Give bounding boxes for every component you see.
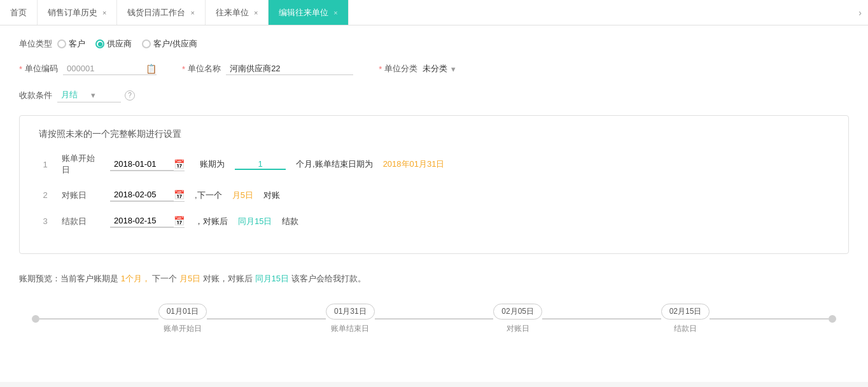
timeline-pill-1: 01月01日 <box>158 304 207 320</box>
unit-category-star: * <box>379 64 382 74</box>
unit-code-icon[interactable]: 📋 <box>146 64 157 74</box>
payment-term-arrow: ▾ <box>91 90 117 100</box>
payment-date-calendar-icon[interactable]: 📅 <box>174 216 185 226</box>
period-box: 请按照未来的一个完整帐期进行设置 1 账单开始日 📅 账期为 个月,账单结束日期… <box>19 115 849 254</box>
timeline-spacer-1 <box>39 318 158 320</box>
unit-category-arrow: ▾ <box>451 64 456 74</box>
unit-code-input-wrapper: 📋 <box>63 62 157 75</box>
reconcile-date-input-wrapper: 📅 <box>110 188 185 202</box>
unit-code-star: * <box>19 64 22 74</box>
payment-date-input-wrapper: 📅 <box>110 215 185 228</box>
tab-home-label: 首页 <box>10 7 27 18</box>
timeline-dot-start <box>32 315 39 323</box>
timeline-spacer-4 <box>542 318 661 320</box>
preview-middle2: 对账，对账后 <box>203 274 253 283</box>
unit-info-row: * 单位编码 📋 * 单位名称 * 单位分类 未分类 ▾ <box>19 62 849 75</box>
period-row-1-label: 账单开始日 <box>62 153 100 176</box>
radio-both[interactable]: 客户/供应商 <box>142 38 197 50</box>
month-period-input[interactable] <box>235 159 286 170</box>
timeline-pill-4: 02月15日 <box>661 304 710 320</box>
period-row-2-suffix: 对账 <box>263 190 280 201</box>
timeline-label-4: 结款日 <box>674 323 697 334</box>
timeline-pill-3: 02月05日 <box>493 304 542 320</box>
period-row-2-prefix: ,下一个 <box>195 190 222 201</box>
unit-type-row: 单位类型 客户 供应商 客户/供应商 <box>19 38 849 50</box>
radio-supplier-label: 供应商 <box>107 38 132 50</box>
timeline-label-2: 账单结束日 <box>331 323 369 334</box>
tab-sales-history-close[interactable]: × <box>102 9 106 17</box>
preview-suffix: 该客户会给我打款。 <box>291 274 366 283</box>
period-row-2: 2 对账日 📅 ,下一个 月5日 对账 <box>39 188 829 202</box>
period-row-3-label: 结款日 <box>62 216 100 227</box>
unit-name-star: * <box>182 64 185 74</box>
tab-more-button[interactable]: › <box>852 8 868 18</box>
radio-supplier[interactable]: 供应商 <box>95 38 132 50</box>
timeline-node-4: 02月15日 结款日 <box>661 304 710 334</box>
preview-middle1: 下一个 <box>152 274 177 283</box>
payment-term-label: 收款条件 <box>19 90 52 101</box>
tab-workbench[interactable]: 钱货日清工作台 × <box>117 0 205 25</box>
unit-type-label: 单位类型 <box>19 38 52 50</box>
start-date-calendar-icon[interactable]: 📅 <box>174 159 185 169</box>
timeline-wrapper: 01月01日 账单开始日 01月31日 账单结束日 02月05日 对账日 02月… <box>19 297 849 334</box>
timeline-node-3: 02月05日 对账日 <box>493 304 542 334</box>
preview-section: 账期预览：当前客户账期是 1个月， 下一个 月5日 对账，对账后 同月15日 该… <box>19 267 849 341</box>
timeline-label-3: 对账日 <box>507 323 529 334</box>
tab-edit-partner[interactable]: 编辑往来单位 × <box>269 0 348 25</box>
tab-partners-label: 往来单位 <box>216 7 249 18</box>
timeline-node-1: 01月01日 账单开始日 <box>158 304 207 334</box>
unit-category-label: 单位分类 <box>384 63 417 74</box>
tabs-bar: 首页 销售订单历史 × 钱货日清工作台 × 往来单位 × 编辑往来单位 × › <box>0 0 868 25</box>
radio-customer[interactable]: 客户 <box>57 38 85 50</box>
tab-sales-history-label: 销售订单历史 <box>48 7 97 18</box>
tab-workbench-close[interactable]: × <box>190 9 194 17</box>
timeline: 01月01日 账单开始日 01月31日 账单结束日 02月05日 对账日 02月… <box>32 297 836 334</box>
period-row-2-label: 对账日 <box>62 190 100 201</box>
unit-code-group: * 单位编码 📋 <box>19 62 157 75</box>
period-title: 请按照未来的一个完整帐期进行设置 <box>39 129 829 140</box>
timeline-node-2: 01月31日 账单结束日 <box>326 304 375 334</box>
unit-type-group: 单位类型 客户 供应商 客户/供应商 <box>19 38 197 50</box>
radio-supplier-circle <box>95 39 104 48</box>
start-date-input[interactable] <box>110 158 174 171</box>
unit-name-group: * 单位名称 <box>182 62 353 75</box>
timeline-dot-end <box>829 315 836 323</box>
timeline-spacer-2 <box>207 318 326 320</box>
preview-text: 账期预览：当前客户账期是 1个月， 下一个 月5日 对账，对账后 同月15日 该… <box>19 273 849 285</box>
tab-sales-history[interactable]: 销售订单历史 × <box>38 0 117 25</box>
unit-code-label: 单位编码 <box>25 63 58 74</box>
period-row-1: 1 账单开始日 📅 账期为 个月,账单结束日期为 2018年01月31日 <box>39 153 829 176</box>
unit-type-radio-group: 客户 供应商 客户/供应商 <box>57 38 197 50</box>
period-row-1-prefix: 账期为 <box>200 158 225 170</box>
tab-partners-close[interactable]: × <box>254 9 258 17</box>
preview-highlight1: 1个月， <box>121 274 150 283</box>
unit-name-input[interactable] <box>226 62 353 75</box>
period-row-1-num: 1 <box>39 160 52 169</box>
reconcile-date-calendar-icon[interactable]: 📅 <box>174 190 185 200</box>
preview-highlight3: 同月15日 <box>255 274 289 283</box>
start-date-input-wrapper: 📅 <box>110 158 185 171</box>
unit-category-dropdown[interactable]: 未分类 ▾ <box>423 63 518 74</box>
timeline-spacer-5 <box>710 318 829 320</box>
tab-partners[interactable]: 往来单位 × <box>206 0 269 25</box>
period-row-3-suffix: 结款 <box>282 216 298 227</box>
period-row-3-prefix: ，对账后 <box>195 216 228 227</box>
unit-category-group: * 单位分类 未分类 ▾ <box>379 63 518 74</box>
unit-code-input[interactable] <box>63 62 146 74</box>
period-row-3-num: 3 <box>39 216 52 226</box>
tab-edit-partner-close[interactable]: × <box>333 9 337 17</box>
payment-term-dropdown[interactable]: 月结 ▾ <box>57 88 121 102</box>
radio-customer-circle <box>57 39 66 48</box>
payment-term-value: 月结 <box>61 89 87 101</box>
tab-edit-partner-label: 编辑往来单位 <box>279 7 328 18</box>
payment-term-group: 收款条件 月结 ▾ ? <box>19 88 135 102</box>
preview-prefix: 账期预览：当前客户账期是 <box>19 274 118 283</box>
radio-customer-label: 客户 <box>69 38 85 50</box>
payment-highlight: 同月15日 <box>238 216 272 227</box>
radio-both-circle <box>142 39 151 48</box>
payment-term-help[interactable]: ? <box>125 90 135 101</box>
tab-home[interactable]: 首页 <box>0 0 38 25</box>
reconcile-date-input[interactable] <box>110 188 174 201</box>
payment-date-input[interactable] <box>110 215 174 227</box>
radio-both-label: 客户/供应商 <box>153 38 197 50</box>
